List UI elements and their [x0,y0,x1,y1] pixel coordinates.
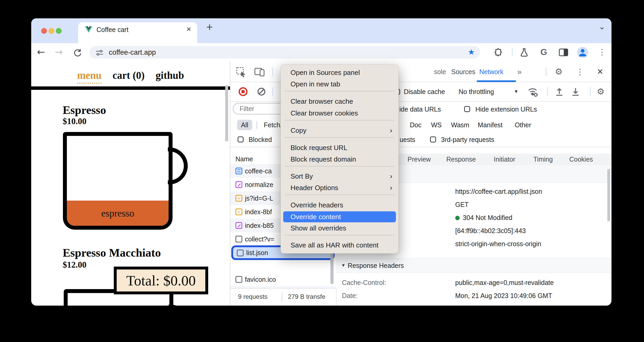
hide-extension-urls-label[interactable]: Hide extension URLs [475,101,537,117]
menu-separator [285,235,394,235]
product-name: Espresso Macchiato [63,246,161,260]
blocked-response-cookies-checkbox[interactable] [238,136,244,142]
menu-item-header-options[interactable]: Header Options› [281,182,399,194]
network-summary-bar: 9 requests 279 B transfe [230,288,336,306]
devtools-close-icon[interactable]: ✕ [597,62,603,82]
blocked-cookies-label[interactable]: Blocked [249,132,272,147]
hide-data-urls-label[interactable]: ide data URLs [399,101,441,117]
network-conditions-icon[interactable] [527,87,539,97]
back-icon[interactable]: ← [37,43,45,61]
third-party-requests-checkbox[interactable] [430,136,436,142]
browser-menu-dots-icon[interactable]: ⋮ [598,43,606,61]
tab-network[interactable]: Network [479,62,503,82]
submenu-chevron-icon: › [390,170,392,182]
tab-sources[interactable]: Sources [451,62,475,82]
zoom-window-button[interactable] [56,28,62,34]
forward-icon[interactable]: → [55,43,63,61]
menu-item-block-request-url[interactable]: Block request URL [281,142,399,153]
throttling-dropdown-arrow-icon[interactable]: ▼ [514,82,518,101]
nav-github-link[interactable]: github [156,69,184,84]
tab-timing[interactable]: Timing [533,154,553,165]
tab-response[interactable]: Response [446,154,476,165]
third-party-label[interactable]: 3rd-party requests [441,132,494,147]
filter-chip-other[interactable]: Other [515,120,531,130]
minimize-window-button[interactable] [49,28,54,34]
cart-total-button[interactable]: Total: $0.00 [114,267,208,294]
tab-console-partial[interactable]: sole [434,62,446,82]
menu-item-open-in-sources[interactable]: Open in Sources panel [281,67,399,78]
stylesheet-file-icon [235,181,242,188]
tab-title: Coffee cart [96,22,128,37]
cup-handle [169,305,189,306]
extensions-icon[interactable] [493,48,502,57]
toolbar-divider [590,87,591,96]
menu-item-block-request-domain[interactable]: Block request domain [281,153,399,165]
bookmark-star-icon[interactable]: ★ [468,46,475,58]
tab-initiator[interactable]: Initiator [494,154,515,165]
nav-cart-link[interactable]: cart (0) [112,69,144,84]
page-scrollbar[interactable] [225,85,228,141]
blocked-requests-label[interactable]: uests [400,132,415,147]
menu-item-show-all-overrides[interactable]: Show all overrides [281,222,399,234]
profile-avatar[interactable] [577,47,588,58]
menu-item-copy[interactable]: Copy› [281,125,399,136]
transferred-size: 279 B transfe [288,289,325,305]
tab-search-chevron-icon[interactable]: ⌄ [599,22,605,31]
close-window-button[interactable] [41,28,47,34]
labs-flask-icon[interactable] [519,48,529,57]
clear-network-log-icon[interactable] [257,87,266,96]
more-tabs-icon[interactable]: » [517,62,522,82]
side-panel-icon[interactable] [559,48,568,56]
context-menu: Open in Sources panel Open in new tab Cl… [281,65,399,253]
inspect-element-icon[interactable] [236,67,246,77]
network-settings-gear-icon[interactable]: ⚙ [597,82,605,101]
tab-close-icon[interactable]: ✕ [186,22,191,36]
devtools-settings-gear-icon[interactable]: ⚙ [555,62,563,82]
devtools-menu-dots-icon[interactable]: ⋮ [576,62,584,82]
menu-item-clear-browser-cookies[interactable]: Clear browser cookies [281,107,399,119]
espresso-cup[interactable]: espresso [63,132,173,230]
address-bar[interactable]: coffee-cart.app ★ [89,46,480,59]
toolbar-divider [272,87,273,96]
request-row[interactable]: favicon.ico [230,273,336,286]
device-toolbar-icon[interactable] [254,67,265,77]
filter-chip-doc[interactable]: Doc [410,120,421,130]
menu-item-save-all-har[interactable]: Save all as HAR with content [281,239,399,251]
record-network-log-icon[interactable] [239,87,248,96]
response-headers-section-header[interactable]: ▼ Response Headers [336,258,611,273]
google-g-icon[interactable]: G [540,43,547,61]
browser-tab[interactable]: Coffee cart ✕ [78,22,197,43]
menu-item-sort-by[interactable]: Sort By› [281,170,399,182]
url-text[interactable]: coffee-cart.app [109,46,156,59]
tab-preview[interactable]: Preview [407,154,431,165]
tab-cookies[interactable]: Cookies [569,154,593,165]
filter-chip-all[interactable]: All [237,120,252,130]
menu-item-clear-browser-cache[interactable]: Clear browser cache [281,96,399,107]
filter-chip-wasm[interactable]: Wasm [451,120,469,130]
new-tab-button[interactable]: + [206,21,213,34]
product-name: Espresso [63,103,106,117]
collapse-triangle-icon[interactable]: ▼ [341,258,346,273]
disable-cache-label[interactable]: Disable cache [404,82,445,101]
details-scrollbar[interactable] [607,169,610,221]
import-har-icon[interactable] [554,87,564,97]
export-har-icon[interactable] [571,87,581,97]
status-green-dot [455,216,460,220]
request-method-value: GET [455,198,469,211]
menu-item-override-headers[interactable]: Override headers [281,199,399,211]
filter-chip-manifest[interactable]: Manifest [478,120,502,130]
throttling-select[interactable]: No throttling [459,82,494,101]
nav-menu-link[interactable]: menu [77,69,101,84]
reload-icon[interactable] [73,48,82,57]
header-value: public,max-age=0,must-revalidate [455,276,554,289]
site-content: menu cart (0) github Espresso $10.00 esp… [31,62,230,306]
espresso-fill: espresso [67,201,169,226]
menu-item-open-in-new-tab[interactable]: Open in new tab [281,78,399,90]
cup-handle [168,147,188,184]
filter-chip-ws[interactable]: WS [431,120,442,130]
summary-divider [282,292,282,302]
site-settings-icon[interactable] [95,48,104,57]
hide-extension-urls-checkbox[interactable] [464,106,470,112]
menu-item-override-content[interactable]: Override content [283,211,396,222]
toolbar-divider [546,67,546,76]
